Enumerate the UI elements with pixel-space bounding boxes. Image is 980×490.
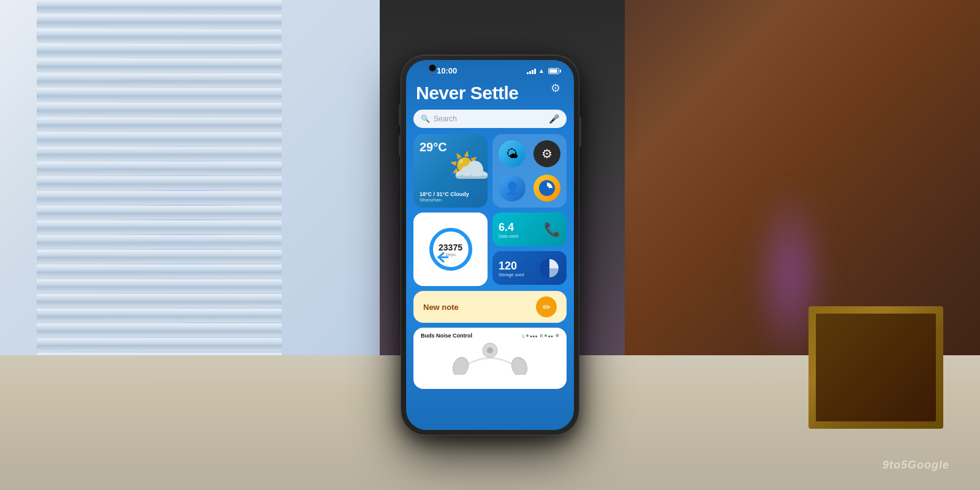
time-app-icon[interactable] [533,175,560,202]
wooden-box [809,306,943,429]
steps-widget[interactable]: 23375 steps [413,213,488,286]
settings-button[interactable]: ⚙ [547,80,564,97]
buds-header: Buds Noise Control L ●●● R ●● [421,333,559,339]
steps-count: 23375 [439,243,462,252]
svg-point-8 [450,355,470,375]
steps-label: steps [439,252,462,257]
data-storage-group: 6.4 Data used 📞 120 Storage used [492,213,567,286]
left-bud-label: L [522,334,525,338]
contacts-app-icon[interactable]: 👤 [499,175,526,202]
steps-text: 23375 steps [439,243,462,257]
left-bud-battery: ●●● [530,334,538,338]
note-widget[interactable]: New note ✏ [413,291,567,323]
battery-icon [548,68,559,74]
svg-point-1 [545,186,549,190]
status-time: 10:00 [437,66,457,75]
weather-range: 18°C / 31°C Cloudy [420,191,469,197]
settings-app-icon[interactable]: ⚙ [533,140,560,167]
buds-arc-svg [447,341,533,375]
buds-indicators: L ●●● R ●● ⊝ [522,333,559,338]
search-icon: 🔍 [421,115,430,123]
right-bud-dot [545,334,547,337]
phone-screen: 10:00 ▲ [406,60,574,430]
status-bar: 10:00 ▲ [406,60,574,79]
mic-icon[interactable]: 🎤 [549,114,559,124]
search-bar[interactable]: 🔍 Search 🎤 [413,110,567,128]
storage-pie-icon [538,257,560,279]
storage-widget[interactable]: 120 Storage used [492,251,567,285]
widgets-row-1: 29°C ⛅ 18°C / 31°C Cloudy Shenzhen 🌤 ⚙ 👤 [413,134,567,208]
svg-point-7 [487,347,493,353]
cloud-icon: ⛅ [448,146,488,186]
phone-icon: 📞 [544,222,560,238]
weather-details: 18°C / 31°C Cloudy Shenzhen [420,191,469,203]
left-bud-indicator: L ●●● [522,334,538,338]
phone-body: 10:00 ▲ [401,55,579,435]
phone-wrapper: 10:00 ▲ [401,55,579,435]
note-label: New note [423,303,459,312]
data-info: 6.4 Data used [499,221,518,238]
right-bud-battery: ●● [548,334,553,338]
weather-app-icon[interactable]: 🌤 [499,140,526,167]
note-edit-button[interactable]: ✏ [536,296,557,317]
left-bud-dot [526,334,529,337]
gear-icon: ⚙ [551,81,560,95]
bg-right [625,0,980,490]
widgets-row-2: 23375 steps 6.4 Data used 📞 [413,213,567,286]
svg-point-9 [509,355,529,375]
watermark: 9to5Google [883,459,949,472]
steps-ring: 23375 steps [426,225,475,274]
pencil-icon: ✏ [543,301,551,313]
weather-city: Shenzhen [420,197,469,203]
data-widget[interactable]: 6.4 Data used 📞 [492,213,567,246]
storage-value: 120 [499,260,524,273]
buds-visual [421,341,559,384]
storage-label: Storage used [499,273,524,277]
apps-widget: 🌤 ⚙ 👤 [492,134,567,208]
storage-info: 120 Storage used [499,260,524,277]
buds-title: Buds Noise Control [421,333,472,339]
weather-widget[interactable]: 29°C ⛅ 18°C / 31°C Cloudy Shenzhen [413,134,488,208]
data-value: 6.4 [499,221,518,234]
case-battery: ⊝ [556,333,559,338]
screen-content: Never Settle 🔍 Search 🎤 29°C ⛅ 18°C / 31… [406,79,574,389]
status-icons: ▲ [527,67,559,74]
search-placeholder: Search [434,115,549,123]
signal-icon [527,68,536,74]
right-bud-label: R [540,334,543,338]
buds-widget[interactable]: Buds Noise Control L ●●● R ●● [413,328,567,389]
right-bud-indicator: R ●● [540,334,553,338]
wifi-icon: ▲ [538,67,545,74]
data-label: Data used [499,234,518,238]
home-title: Never Settle [413,79,567,110]
